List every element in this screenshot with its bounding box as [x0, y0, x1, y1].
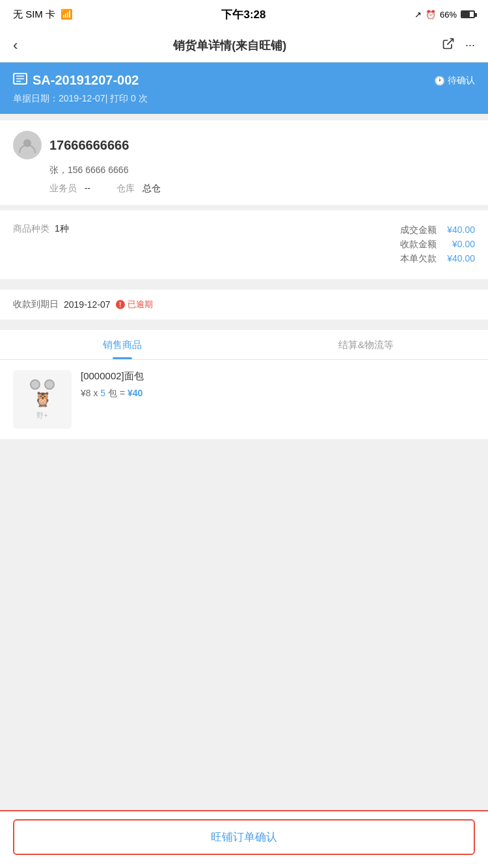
avatar — [13, 131, 42, 159]
order-date: 单据日期：2019-12-07| 打印 0 次 — [13, 93, 475, 105]
order-id: SA-20191207-002 — [13, 73, 139, 88]
overdue-badge: ! 已逾期 — [116, 299, 153, 310]
customer-card: 17666666666 张，156 6666 6666 业务员 -- 仓库 总仓 — [0, 120, 488, 205]
divider-2 — [0, 279, 488, 284]
more-icon[interactable]: ··· — [465, 38, 475, 52]
product-calc: ¥8 x 5 包 = ¥40 — [81, 388, 475, 400]
tab-sales-goods[interactable]: 销售商品 — [0, 330, 244, 359]
warehouse-label: 仓库 — [116, 183, 135, 193]
received-label: 收款金额 — [400, 239, 437, 251]
summary-card: 商品种类 1种 成交金额 ¥40.00 收款金额 ¥0.00 本单欠款 ¥40.… — [0, 210, 488, 279]
goods-type-label: 商品种类 — [13, 223, 49, 235]
back-button[interactable]: ‹ — [13, 37, 18, 54]
sales-value: -- — [85, 183, 90, 193]
order-status: 🕐 待确认 — [434, 75, 475, 87]
owl-left-eye — [30, 379, 40, 390]
battery-label: 66% — [440, 10, 457, 20]
page-title: 销货单详情(来自旺铺) — [173, 38, 286, 53]
owe-value: ¥40.00 — [447, 253, 475, 265]
bottom-spacer — [0, 439, 488, 556]
product-total: ¥40 — [128, 388, 142, 398]
action-bar: 旺铺订单确认 — [0, 810, 488, 868]
amount-label: 成交金额 — [400, 224, 437, 236]
goods-type-value: 1种 — [55, 223, 69, 235]
amounts-column: 成交金额 ¥40.00 收款金额 ¥0.00 本单欠款 ¥40.00 — [400, 223, 475, 266]
order-icon — [13, 73, 27, 88]
divider-1 — [0, 205, 488, 210]
time-label: 下午3:28 — [221, 7, 265, 22]
due-date-card: 收款到期日 2019-12-07 ! 已逾期 — [0, 290, 488, 319]
owl-body-icon: 🦉 — [34, 391, 51, 408]
svg-line-0 — [447, 39, 453, 45]
battery-icon — [461, 10, 475, 18]
owl-right-eye — [44, 379, 55, 390]
tab-settlement-logistics[interactable]: 结算&物流等 — [244, 330, 488, 359]
location-icon: ↗ — [414, 10, 422, 20]
clock-icon: 🕐 — [434, 75, 445, 86]
carrier-label: 无 SIM 卡 — [13, 8, 55, 21]
product-item: 🦉 野+ [0000002]面包 ¥8 x 5 包 = ¥40 — [13, 370, 475, 429]
share-icon[interactable] — [442, 37, 455, 53]
customer-name: 张，156 6666 6666 — [13, 165, 475, 176]
product-name: [0000002]面包 — [81, 370, 475, 383]
divider-3 — [0, 319, 488, 325]
nav-actions: ··· — [442, 37, 475, 53]
status-bar: 无 SIM 卡 📶 下午3:28 ↗ ⏰ 66% — [0, 0, 488, 29]
due-label: 收款到期日 — [13, 299, 59, 310]
customer-phone: 17666666666 — [49, 138, 129, 153]
product-info: [0000002]面包 ¥8 x 5 包 = ¥40 — [81, 370, 475, 400]
overdue-text: 已逾期 — [128, 299, 153, 310]
due-date-value: 2019-12-07 — [64, 299, 111, 310]
confirm-order-button[interactable]: 旺铺订单确认 — [13, 819, 475, 855]
sales-label: 业务员 — [49, 183, 77, 193]
order-header-card: SA-20191207-002 🕐 待确认 单据日期：2019-12-07| 打… — [0, 62, 488, 114]
product-qty: 5 — [100, 388, 105, 398]
product-owl-logo: 🦉 野+ — [30, 379, 55, 420]
amount-value: ¥40.00 — [447, 224, 475, 236]
product-thumbnail: 🦉 野+ — [13, 370, 72, 429]
overdue-icon: ! — [116, 300, 125, 309]
received-value: ¥0.00 — [452, 239, 475, 251]
wifi-icon: 📶 — [61, 8, 73, 20]
nav-bar: ‹ 销货单详情(来自旺铺) ··· — [0, 29, 488, 62]
warehouse-value: 总仓 — [142, 183, 161, 193]
status-right: ↗ ⏰ 66% — [414, 10, 475, 20]
status-left: 无 SIM 卡 📶 — [13, 8, 73, 21]
alarm-icon: ⏰ — [426, 10, 436, 20]
products-container: 🦉 野+ [0000002]面包 ¥8 x 5 包 = ¥40 — [0, 360, 488, 439]
tabs-container: 销售商品 结算&物流等 — [0, 330, 488, 360]
customer-meta: 业务员 -- 仓库 总仓 — [13, 183, 475, 195]
owe-label: 本单欠款 — [400, 253, 437, 265]
